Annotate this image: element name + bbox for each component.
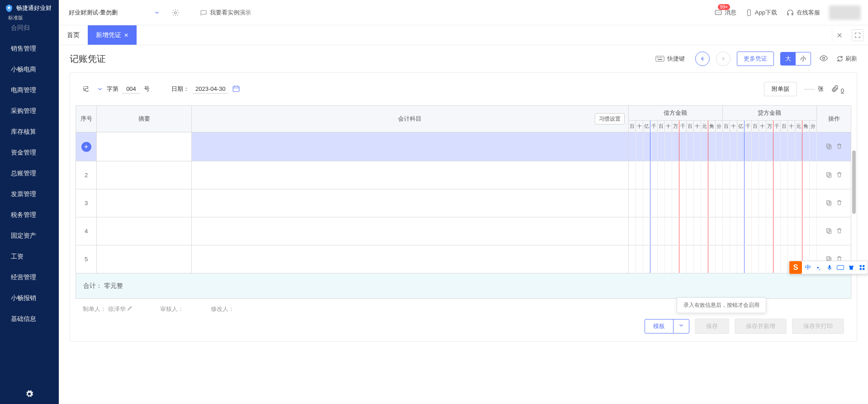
- digit-cell[interactable]: [787, 132, 795, 161]
- digit-cell[interactable]: [809, 132, 816, 161]
- digit-cell[interactable]: [744, 132, 751, 161]
- digit-cell[interactable]: [737, 132, 744, 161]
- app-download-button[interactable]: App下载: [745, 9, 777, 17]
- voucher-number-input[interactable]: 004: [122, 85, 140, 94]
- digit-cell[interactable]: [686, 161, 693, 189]
- ime-mic-icon[interactable]: [824, 264, 835, 271]
- messages-button[interactable]: 99+ 消息: [714, 9, 736, 17]
- digit-cell[interactable]: [780, 245, 787, 273]
- digit-cell[interactable]: [628, 217, 636, 245]
- sidebar-item[interactable]: 销售管理: [0, 38, 59, 59]
- digit-cell[interactable]: [657, 217, 664, 245]
- copy-row-button[interactable]: [825, 143, 832, 150]
- digit-cell[interactable]: [715, 189, 722, 217]
- digit-cell[interactable]: [715, 217, 722, 245]
- digit-cell[interactable]: [686, 245, 693, 273]
- more-voucher-button[interactable]: 更多凭证: [737, 52, 774, 66]
- digit-cell[interactable]: [737, 217, 744, 245]
- digit-cell[interactable]: [787, 161, 795, 189]
- digit-cell[interactable]: [693, 217, 701, 245]
- attach-button[interactable]: 附单据: [764, 82, 797, 96]
- digit-cell[interactable]: [809, 161, 816, 189]
- template-button[interactable]: 模板: [645, 319, 689, 334]
- digit-cell[interactable]: [693, 189, 701, 217]
- digit-cell[interactable]: [722, 161, 730, 189]
- ime-menu-icon[interactable]: [857, 264, 868, 271]
- digit-cell[interactable]: [708, 161, 715, 189]
- digit-cell[interactable]: [751, 217, 759, 245]
- digit-cell[interactable]: [751, 132, 759, 161]
- digit-cell[interactable]: [636, 189, 643, 217]
- digit-cell[interactable]: [679, 189, 686, 217]
- summary-cell[interactable]: [97, 132, 192, 161]
- customer-service-button[interactable]: 在线客服: [786, 9, 820, 17]
- digit-cell[interactable]: [664, 189, 672, 217]
- digit-cell[interactable]: [672, 161, 679, 189]
- digit-cell[interactable]: [643, 161, 650, 189]
- digit-cell[interactable]: [795, 217, 802, 245]
- digit-cell[interactable]: [693, 132, 701, 161]
- digit-cell[interactable]: [650, 217, 657, 245]
- digit-cell[interactable]: [730, 245, 737, 273]
- digit-cell[interactable]: [722, 245, 730, 273]
- sidebar-item[interactable]: 基础信息: [0, 309, 59, 329]
- summary-cell[interactable]: [97, 217, 192, 245]
- save-button[interactable]: 保存: [695, 319, 729, 334]
- digit-cell[interactable]: [708, 189, 715, 217]
- digit-cell[interactable]: [759, 132, 766, 161]
- digit-cell[interactable]: [650, 161, 657, 189]
- digit-cell[interactable]: [744, 161, 751, 189]
- digit-cell[interactable]: [701, 189, 708, 217]
- ime-punct-icon[interactable]: •,: [813, 264, 824, 271]
- size-big[interactable]: 大: [781, 52, 796, 65]
- summary-cell[interactable]: [97, 161, 192, 189]
- digit-cell[interactable]: [737, 161, 744, 189]
- copy-row-button[interactable]: [825, 227, 832, 234]
- sidebar-item[interactable]: 总账管理: [0, 163, 59, 184]
- digit-cell[interactable]: [672, 245, 679, 273]
- digit-cell[interactable]: [744, 245, 751, 273]
- digit-cell[interactable]: [672, 217, 679, 245]
- sidebar-item[interactable]: 发票管理: [0, 184, 59, 205]
- delete-row-button[interactable]: [836, 171, 843, 178]
- delete-row-button[interactable]: [836, 227, 843, 234]
- digit-cell[interactable]: [628, 245, 636, 273]
- close-tabs-button[interactable]: [832, 28, 846, 42]
- digit-cell[interactable]: [787, 217, 795, 245]
- digit-cell[interactable]: [737, 189, 744, 217]
- edit-creator-button[interactable]: [127, 305, 133, 312]
- digit-cell[interactable]: [751, 161, 759, 189]
- digit-cell[interactable]: [759, 189, 766, 217]
- tab-voucher[interactable]: 新增凭证 ✕: [88, 25, 137, 45]
- digit-cell[interactable]: [701, 245, 708, 273]
- digit-cell[interactable]: [737, 245, 744, 273]
- sidebar-item[interactable]: 工资: [0, 246, 59, 267]
- digit-cell[interactable]: [773, 189, 780, 217]
- digit-cell[interactable]: [679, 217, 686, 245]
- delete-row-button[interactable]: [836, 199, 843, 206]
- settings-icon-button[interactable]: [169, 6, 182, 19]
- digit-cell[interactable]: [802, 217, 809, 245]
- digit-cell[interactable]: [730, 132, 737, 161]
- digit-cell[interactable]: [636, 132, 643, 161]
- project-selector[interactable]: 好业财测试-量勿删: [66, 9, 160, 17]
- sidebar-item[interactable]: 小畅电商: [0, 59, 59, 80]
- digit-cell[interactable]: [693, 161, 701, 189]
- digit-cell[interactable]: [759, 217, 766, 245]
- sidebar-item[interactable]: 资金管理: [0, 142, 59, 163]
- digit-cell[interactable]: [657, 245, 664, 273]
- digit-cell[interactable]: [650, 189, 657, 217]
- summary-cell[interactable]: [97, 189, 192, 217]
- refresh-button[interactable]: 刷新: [836, 55, 857, 63]
- digit-cell[interactable]: [722, 217, 730, 245]
- sidebar-item[interactable]: 固定资产: [0, 225, 59, 246]
- ime-keyboard-icon[interactable]: [835, 265, 846, 270]
- habit-settings-button[interactable]: 习惯设置: [595, 113, 625, 125]
- digit-cell[interactable]: [744, 217, 751, 245]
- copy-row-button[interactable]: [825, 171, 832, 178]
- digit-cell[interactable]: [643, 189, 650, 217]
- digit-cell[interactable]: [693, 245, 701, 273]
- summary-cell[interactable]: [97, 245, 192, 273]
- shortcut-button[interactable]: 快捷键: [651, 52, 689, 65]
- digit-cell[interactable]: [802, 132, 809, 161]
